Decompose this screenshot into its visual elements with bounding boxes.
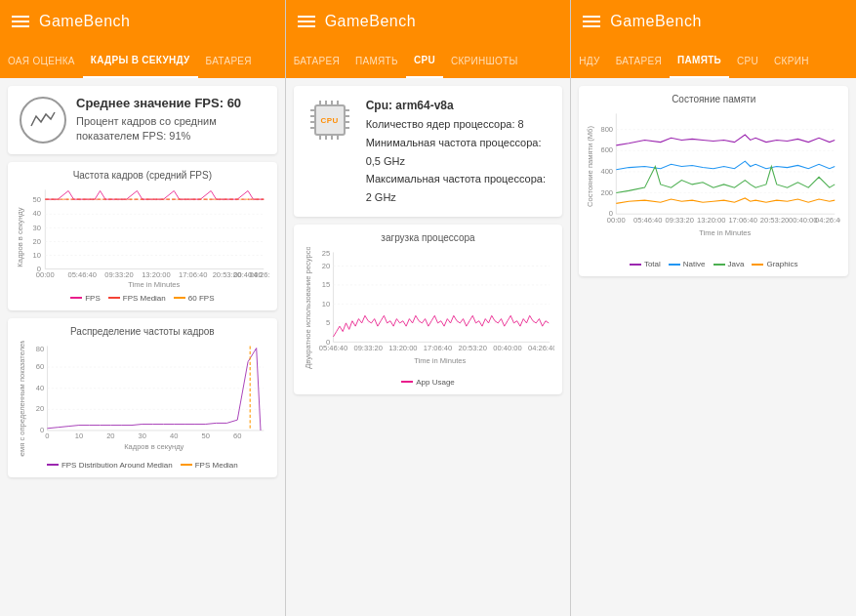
fps-icon-svg bbox=[29, 106, 57, 134]
svg-text:0: 0 bbox=[45, 431, 49, 440]
legend-dist-median: FPS Median bbox=[181, 461, 238, 470]
tab-cpu[interactable]: CPU bbox=[406, 43, 443, 78]
cpu-max-freq: Максимальная частота процессора: 2 GHz bbox=[366, 170, 551, 206]
svg-text:20: 20 bbox=[106, 431, 114, 440]
cpu-cores: Количество ядер процессора: 8 bbox=[366, 115, 551, 134]
svg-text:05:46:40: 05:46:40 bbox=[633, 216, 662, 225]
svg-text:05:46:40: 05:46:40 bbox=[67, 270, 96, 279]
svg-text:40: 40 bbox=[33, 209, 41, 218]
svg-text:20:53:20: 20:53:20 bbox=[760, 216, 789, 225]
panel-memory: GameBench НДУ БАТАРЕЯ ПАМЯТЬ CPU СКРИН С… bbox=[571, 0, 856, 616]
svg-text:30: 30 bbox=[139, 431, 146, 440]
svg-text:05:46:40: 05:46:40 bbox=[318, 344, 346, 352]
svg-text:Время с определенным показател: Время с определенным показателем FPS bbox=[18, 341, 26, 457]
legend-dist-median-label: FPS Median bbox=[195, 461, 238, 470]
tab-ndu[interactable]: НДУ bbox=[571, 43, 607, 78]
legend-native-label: Native bbox=[683, 260, 706, 268]
hamburger-icon[interactable] bbox=[12, 16, 29, 27]
tab-screenshots-cpu[interactable]: СКРИНШОТЫ bbox=[443, 43, 526, 78]
cpu-chart-title: загрузка процессора bbox=[302, 232, 555, 243]
tab-overall[interactable]: ОАЯ ОЦЕНКА bbox=[0, 43, 83, 78]
tab-fps[interactable]: КАДРЫ В СЕКУНДУ bbox=[83, 43, 198, 78]
svg-text:10: 10 bbox=[33, 250, 41, 259]
svg-text:10: 10 bbox=[321, 299, 329, 308]
svg-text:Кадров в секунду: Кадров в секунду bbox=[16, 207, 24, 267]
legend-fps-median: FPS Median bbox=[108, 294, 166, 303]
svg-text:Кадров в секунду: Кадров в секунду bbox=[124, 442, 183, 451]
fps-chart-title: Частота кадров (средний FPS) bbox=[16, 170, 269, 181]
fps-dist-legend: FPS Distribution Around Median FPS Media… bbox=[16, 461, 269, 470]
svg-text:04:26:40: 04:26:40 bbox=[528, 344, 555, 352]
memory-chart-legend: Total Native Java Graphics bbox=[587, 260, 840, 268]
cpu-details: Cpu: arm64-v8a Количество ядер процессор… bbox=[366, 96, 551, 207]
panel-fps-header: GameBench bbox=[0, 0, 285, 43]
legend-native: Native bbox=[669, 260, 706, 268]
svg-text:09:33:20: 09:33:20 bbox=[353, 344, 382, 352]
panel-fps: GameBench ОАЯ ОЦЕНКА КАДРЫ В СЕКУНДУ БАТ… bbox=[0, 0, 286, 616]
svg-text:10: 10 bbox=[75, 431, 83, 440]
legend-fps: FPS bbox=[70, 294, 101, 303]
app-title-memory: GameBench bbox=[610, 13, 701, 30]
svg-text:13:20:00: 13:20:00 bbox=[697, 216, 725, 225]
cpu-chip-label: CPU bbox=[320, 116, 338, 125]
svg-text:13:20:00: 13:20:00 bbox=[142, 270, 170, 279]
panel-cpu-content: CPU bbox=[286, 78, 571, 616]
fps-info-text: Среднее значение FPS: 60 Процент кадров … bbox=[76, 96, 265, 144]
svg-text:Time in Minutes: Time in Minutes bbox=[700, 228, 752, 237]
cpu-chart-legend: App Usage bbox=[302, 378, 555, 387]
tab-battery-1[interactable]: БАТАРЕЯ bbox=[198, 43, 260, 78]
svg-text:0: 0 bbox=[40, 426, 44, 434]
fps-chart-card: Частота кадров (средний FPS) 0 10 20 bbox=[8, 162, 277, 310]
hamburger-icon-cpu[interactable] bbox=[298, 16, 315, 27]
tab-memory[interactable]: ПАМЯТЬ bbox=[670, 43, 729, 78]
app-title-fps: GameBench bbox=[39, 13, 130, 30]
cpu-chart-svg: 0 5 10 15 20 25 05:46:40 09:33:20 13:20:… bbox=[302, 247, 555, 374]
svg-text:13:20:00: 13:20:00 bbox=[388, 344, 417, 352]
svg-text:5: 5 bbox=[326, 318, 330, 327]
legend-java-label: Java bbox=[728, 260, 745, 268]
tab-battery-mem[interactable]: БАТАРЕЯ bbox=[608, 43, 670, 78]
fps-dist-title: Распределение частоты кадров bbox=[16, 326, 269, 337]
svg-text:Двукратное использование ресур: Двукратное использование ресурсов(%) bbox=[303, 247, 311, 369]
svg-text:Состояние памяти (Мб): Состояние памяти (Мб) bbox=[587, 126, 594, 207]
hamburger-icon-memory[interactable] bbox=[583, 16, 600, 27]
svg-text:04:26:40: 04:26:40 bbox=[815, 216, 840, 225]
legend-total-label: Total bbox=[644, 260, 661, 268]
legend-fps-median-label: FPS Median bbox=[123, 294, 166, 303]
tab-screenshots-mem[interactable]: СКРИН bbox=[766, 43, 817, 78]
legend-app-usage-label: App Usage bbox=[416, 378, 455, 387]
svg-text:17:06:40: 17:06:40 bbox=[179, 270, 207, 279]
svg-text:200: 200 bbox=[601, 188, 614, 197]
svg-text:15: 15 bbox=[321, 280, 329, 289]
cpu-model: Cpu: arm64-v8a bbox=[366, 96, 551, 115]
tab-cpu-mem[interactable]: CPU bbox=[729, 43, 766, 78]
svg-text:04:26:40: 04:26:40 bbox=[250, 270, 269, 279]
panel-cpu: GameBench БАТАРЕЯ ПАМЯТЬ CPU СКРИНШОТЫ C… bbox=[286, 0, 572, 616]
fps-dist-chart-card: Распределение частоты кадров 0 20 40 60 … bbox=[8, 318, 277, 477]
cpu-icon: CPU bbox=[306, 96, 354, 144]
svg-text:50: 50 bbox=[33, 195, 41, 204]
fps-chart-legend: FPS FPS Median 60 FPS bbox=[16, 294, 269, 303]
svg-text:40: 40 bbox=[36, 384, 44, 392]
fps-chart-icon bbox=[20, 97, 66, 144]
panel-fps-tabs: ОАЯ ОЦЕНКА КАДРЫ В СЕКУНДУ БАТАРЕЯ bbox=[0, 43, 285, 78]
fps-info-card: Среднее значение FPS: 60 Процент кадров … bbox=[8, 86, 277, 154]
legend-java: Java bbox=[713, 260, 745, 268]
legend-total: Total bbox=[630, 260, 661, 268]
memory-chart-title: Состояние памяти bbox=[587, 94, 840, 104]
tab-memory-cpu[interactable]: ПАМЯТЬ bbox=[347, 43, 406, 78]
tab-battery-cpu[interactable]: БАТАРЕЯ bbox=[286, 43, 347, 78]
panel-fps-content: Среднее значение FPS: 60 Процент кадров … bbox=[0, 78, 285, 616]
svg-text:00:40:00: 00:40:00 bbox=[493, 344, 521, 352]
svg-text:Time in Minutes: Time in Minutes bbox=[128, 280, 180, 289]
svg-text:50: 50 bbox=[202, 431, 210, 440]
panel-memory-header: GameBench bbox=[571, 0, 856, 43]
svg-text:400: 400 bbox=[601, 167, 614, 176]
app-title-cpu: GameBench bbox=[325, 13, 416, 30]
cpu-chart-card: загрузка процессора 0 5 10 15 20 25 bbox=[294, 225, 563, 394]
svg-text:60: 60 bbox=[233, 431, 241, 440]
svg-text:17:06:40: 17:06:40 bbox=[424, 344, 452, 352]
svg-text:09:33:20: 09:33:20 bbox=[104, 270, 133, 279]
fps-chart-svg: 0 10 20 30 40 50 00:00 05:46:40 09:33:20 bbox=[16, 185, 269, 290]
svg-text:80: 80 bbox=[36, 345, 44, 353]
